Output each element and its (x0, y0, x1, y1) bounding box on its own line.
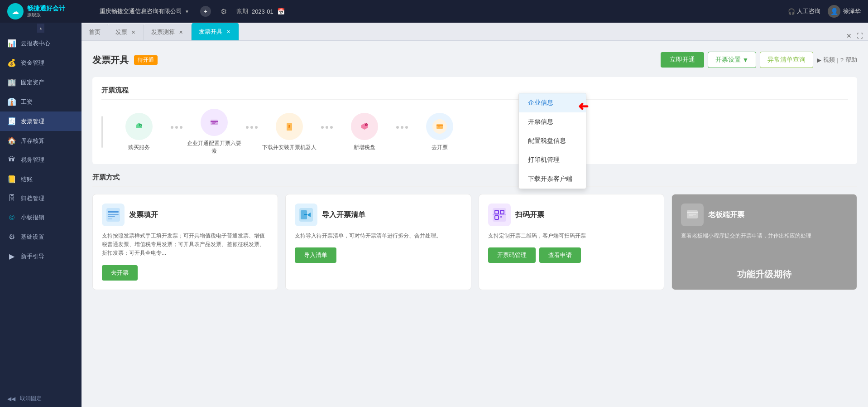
boss-invoice-desc: 查看老板端小程序提交的开票申请，并作出相应的处理 (681, 232, 848, 240)
dropdown-item-company-info[interactable]: 企业信息 (519, 93, 586, 112)
dropdown-item-tax-disk-config[interactable]: 配置税盘信息 (519, 131, 586, 150)
activate-button[interactable]: 立即开通 (661, 52, 704, 68)
support-button[interactable]: 🎧 人工咨询 (788, 7, 820, 15)
unpin-label: 取消固定 (20, 395, 42, 402)
import-invoice-btn[interactable]: 导入清单 (295, 247, 336, 263)
add-company-button[interactable]: + (200, 6, 211, 17)
sidebar-item-invoices[interactable]: 🧾 发票管理 (0, 111, 82, 131)
billing-card-boss: 老板端开票 查看老板端小程序提交的开票申请，并作出相应的处理 功能升级期待 (671, 194, 857, 290)
sidebar-item-expense[interactable]: Ⓒ 小畅报销 (0, 208, 82, 227)
calendar-icon[interactable]: 📅 (277, 8, 285, 15)
tab-home[interactable]: 首页 (82, 24, 108, 40)
sidebar-item-tax[interactable]: 🏛 税务管理 (0, 150, 82, 170)
tax-icon: 🏛 (7, 156, 16, 164)
scan-invoice-apply-btn[interactable]: 查看申请 (539, 247, 581, 263)
tab-invoice-test-label: 发票测算 (151, 28, 175, 36)
period-value: 2023-01 (252, 8, 273, 15)
billing-methods-title: 开票方式 (92, 173, 857, 187)
step-go-invoice-icon (426, 113, 453, 140)
sidebar-item-inventory[interactable]: 🏠 库存核算 (0, 131, 82, 150)
settings-icon[interactable]: ⚙ (218, 6, 229, 17)
sidebar-item-reports[interactable]: 📊 云报表中心 (0, 34, 82, 53)
import-invoice-desc: 支持导入待开票清单，可对待开票清单进行拆分、合并处理。 (295, 232, 461, 240)
sidebar-label-funds: 资金管理 (21, 59, 74, 67)
tab-invoice-issue-close[interactable]: ✕ (225, 29, 231, 35)
billing-card-fill-header: 发票填开 (102, 204, 269, 226)
page-actions: 立即开通 开票设置 ▼ 异常清单查询 ▶ 视频 | ? 帮助 (661, 52, 857, 68)
logo-area: ☁ 畅捷通好会计 旗舰版 (7, 3, 89, 19)
svg-point-10 (288, 125, 290, 127)
expense-icon: Ⓒ (7, 214, 16, 222)
step-taxdisk-label: 新增税盘 (354, 144, 375, 151)
maximize-tab-button[interactable]: ⛶ (855, 31, 864, 40)
connector-2 (241, 126, 262, 129)
svg-rect-23 (108, 216, 115, 217)
company-selector[interactable]: 重庆畅捷交通信息咨询有限公司 ▼ (96, 5, 193, 17)
tab-invoice-test[interactable]: 发票测算 ✕ (144, 24, 192, 40)
inventory-icon: 🏠 (7, 136, 16, 145)
billing-methods-section: 开票方式 (92, 173, 857, 290)
billing-card-fill: 发票填开 支持按照发票样式手工填开发票；可开具增值税电子普通发票、增值税普通发票… (92, 194, 278, 290)
page-title: 发票开具 (92, 54, 129, 66)
status-badge: 待开通 (134, 55, 158, 65)
sidebar-item-assets[interactable]: 🏢 固定资产 (0, 73, 82, 92)
tab-home-label: 首页 (89, 28, 101, 36)
abnormal-list-button[interactable]: 异常清单查询 (760, 52, 813, 68)
step-download-icon (276, 113, 303, 140)
guide-icon: ▶ (7, 252, 16, 261)
boss-invoice-icon (681, 204, 704, 226)
play-icon: ▶ (817, 57, 821, 63)
flow-step-taxdisk: + 新增税盘 (337, 113, 392, 151)
step-download-label: 下载并安装开票机器人 (262, 144, 317, 151)
fill-invoice-btn[interactable]: 去开票 (102, 265, 138, 281)
tab-bar: 首页 发票 ✕ 发票测算 ✕ 发票开具 ✕ ✕ ⛶ (82, 23, 868, 41)
scan-invoice-qr-btn[interactable]: 开票码管理 (488, 247, 536, 263)
step-buy-icon: + (125, 113, 153, 140)
video-label[interactable]: 视频 (823, 56, 835, 64)
tab-invoice[interactable]: 发票 ✕ (108, 24, 144, 40)
billing-card-scan-header: 扫码开票 (488, 204, 655, 226)
connector-4 (392, 126, 412, 129)
boss-overlay: 功能升级期待 (672, 268, 857, 281)
billing-card-import: 导入开票清单 支持导入待开票清单，可对待开票清单进行拆分、合并处理。 导入清单 (285, 194, 471, 290)
sidebar-label-accounting: 结账 (21, 175, 74, 184)
tab-invoice-issue[interactable]: 发票开具 ✕ (192, 23, 239, 40)
main-layout: ▲ 📊 云报表中心 💰 资金管理 🏢 固定资产 👔 工资 🧾 发票管理 🏠 库存… (0, 23, 868, 407)
flow-step-go-invoice: 去开票 (412, 113, 467, 151)
payroll-icon: 👔 (7, 97, 16, 106)
sidebar-item-guide[interactable]: ▶ 新手引导 (0, 247, 82, 266)
sidebar-item-payroll[interactable]: 👔 工资 (0, 92, 82, 111)
scan-invoice-desc: 支持定制开票二维码，客户端可扫码开票 (488, 232, 655, 240)
flow-step-buy: + 购买服务 (112, 113, 166, 151)
close-tab-button[interactable]: ✕ (844, 31, 854, 40)
separator: | (837, 57, 838, 63)
user-area[interactable]: 👤 徐泽华 (828, 5, 861, 18)
flow-step-config: 企业开通配置开票六要素 (187, 109, 241, 155)
scan-invoice-title: 扫码开票 (515, 210, 544, 220)
sidebar-scroll-up[interactable]: ▲ (37, 24, 44, 33)
app-edition: 旗舰版 (27, 12, 65, 18)
svg-text:+: + (139, 124, 141, 126)
sidebar-label-expense: 小畅报销 (21, 213, 74, 222)
sidebar-label-invoices: 发票管理 (21, 117, 74, 126)
sidebar-label-base-settings: 基础设置 (21, 233, 74, 241)
invoice-settings-button[interactable]: 开票设置 ▼ (708, 52, 757, 68)
dropdown-item-printer[interactable]: 打印机管理 (519, 150, 586, 170)
sidebar-item-archive[interactable]: 🗄 归档管理 (0, 189, 82, 208)
page-content: 发票开具 待开通 立即开通 开票设置 ▼ 异常清单查询 ▶ 视频 | ? 帮助 (82, 41, 868, 407)
sidebar-item-funds[interactable]: 💰 资金管理 (0, 53, 82, 73)
dropdown-item-invoice-info[interactable]: 开票信息 (519, 112, 586, 131)
tab-invoice-test-close[interactable]: ✕ (177, 29, 184, 35)
help-icon: ? (840, 57, 844, 63)
dropdown-item-download-client[interactable]: 下载开票客户端 (519, 170, 586, 189)
flow-title: 开票流程 (101, 86, 848, 100)
import-invoice-icon (295, 204, 317, 226)
tab-invoice-close[interactable]: ✕ (130, 29, 136, 35)
sidebar-item-base-settings[interactable]: ⚙ 基础设置 (0, 227, 82, 247)
scan-invoice-btns: 开票码管理 查看申请 (488, 247, 655, 263)
unpin-sidebar-button[interactable]: ◀◀ 取消固定 (0, 390, 82, 407)
help-label[interactable]: 帮助 (845, 56, 857, 64)
reports-icon: 📊 (7, 39, 16, 48)
sidebar-label-payroll: 工资 (21, 98, 74, 106)
sidebar-item-accounting[interactable]: 📒 结账 (0, 170, 82, 189)
